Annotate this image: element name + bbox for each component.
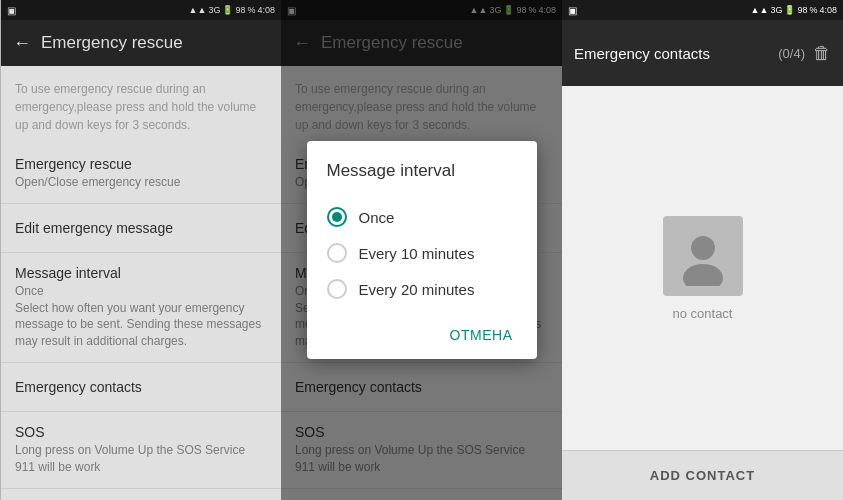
message-interval-dialog: Message interval Once Every 10 minutes E… [307, 141, 537, 359]
battery-icon-3: 🔋 [784, 5, 795, 15]
dialog-actions: OTMEHA [327, 321, 517, 349]
time-1: 4:08 [257, 5, 275, 15]
status-bar-1: ▣ ▲▲ 3G 🔋 98% 4:08 [1, 0, 281, 20]
list-item-emergency-rescue[interactable]: Emergency rescue Open/Close emergency re… [1, 144, 281, 204]
list-item-edit-message[interactable]: Edit emergency message [1, 204, 281, 253]
battery-level-3: 98 [797, 5, 807, 15]
content-1: To use emergency rescue during an emerge… [1, 66, 281, 500]
emergency-contacts-title: Emergency contacts [574, 45, 710, 62]
list-item-sos[interactable]: SOS Long press on Volume Up the SOS Serv… [1, 412, 281, 489]
title-1: Emergency rescue [41, 33, 269, 53]
no-contact-text: no contact [673, 306, 733, 321]
battery-level: 98 [235, 5, 245, 15]
radio-inner-once [332, 212, 342, 222]
status-right-1: ▲▲ 3G 🔋 98% 4:08 [189, 5, 275, 15]
add-contact-button[interactable]: ADD CONTACT [650, 468, 755, 483]
status-bar-3: ▣ ▲▲ 3G 🔋 98% 4:08 [562, 0, 843, 20]
item-subtitle-message-interval: OnceSelect how often you want your emerg… [15, 283, 267, 350]
item-title-edit-message: Edit emergency message [15, 220, 173, 236]
time-3: 4:08 [819, 5, 837, 15]
radio-option-once[interactable]: Once [327, 199, 517, 235]
panel-2-wrapper: ▣ ▲▲ 3G 🔋 98% 4:08 ← Emergency rescue To… [281, 0, 562, 500]
panel-3: ▣ ▲▲ 3G 🔋 98% 4:08 Emergency contacts (0… [562, 0, 843, 500]
radio-circle-20min [327, 279, 347, 299]
radio-circle-once [327, 207, 347, 227]
dialog-title: Message interval [327, 161, 517, 181]
top-bar-3: Emergency contacts (0/4) 🗑 [562, 20, 843, 86]
contact-area: no contact [562, 86, 843, 450]
item-title-message-interval: Message interval [15, 265, 267, 281]
radio-circle-10min [327, 243, 347, 263]
battery-icon: 🔋 [222, 5, 233, 15]
top-bar-1: ← Emergency rescue [1, 20, 281, 66]
radio-label-10min: Every 10 minutes [359, 245, 475, 262]
panel-1: ▣ ▲▲ 3G 🔋 98% 4:08 ← Emergency rescue To… [0, 0, 281, 500]
instruction-text-1: To use emergency rescue during an emerge… [1, 66, 281, 144]
contacts-count: (0/4) [778, 46, 805, 61]
signal-icon-3: ▲▲ [751, 5, 769, 15]
dialog-overlay: Message interval Once Every 10 minutes E… [281, 0, 562, 500]
status-right-3: ▲▲ 3G 🔋 98% 4:08 [751, 5, 837, 15]
network-type: 3G [208, 5, 220, 15]
radio-option-20min[interactable]: Every 20 minutes [327, 271, 517, 307]
add-contact-bar: ADD CONTACT [562, 450, 843, 500]
contacts-count-area: (0/4) 🗑 [778, 43, 831, 64]
status-left-3: ▣ [568, 5, 577, 16]
status-icon-phone: ▣ [7, 5, 16, 16]
list-item-message-interval[interactable]: Message interval OnceSelect how often yo… [1, 253, 281, 363]
item-subtitle-sos: Long press on Volume Up the SOS Service … [15, 442, 267, 476]
radio-label-20min: Every 20 minutes [359, 281, 475, 298]
radio-option-10min[interactable]: Every 10 minutes [327, 235, 517, 271]
radio-label-once: Once [359, 209, 395, 226]
item-subtitle-emergency-rescue: Open/Close emergency rescue [15, 174, 267, 191]
item-title-emergency-rescue: Emergency rescue [15, 156, 267, 172]
svg-point-1 [683, 264, 723, 286]
item-title-sos: SOS [15, 424, 267, 440]
avatar-placeholder [663, 216, 743, 296]
avatar-silhouette [673, 226, 733, 286]
status-icon-phone-3: ▣ [568, 5, 577, 16]
cancel-button[interactable]: OTMEHA [446, 321, 517, 349]
signal-icon: ▲▲ [189, 5, 207, 15]
trash-icon[interactable]: 🗑 [813, 43, 831, 64]
svg-point-0 [691, 236, 715, 260]
status-left-1: ▣ [7, 5, 16, 16]
list-item-emergency-contacts[interactable]: Emergency contacts [1, 363, 281, 412]
network-type-3: 3G [770, 5, 782, 15]
back-icon-1[interactable]: ← [13, 33, 31, 54]
item-title-emergency-contacts: Emergency contacts [15, 379, 142, 395]
